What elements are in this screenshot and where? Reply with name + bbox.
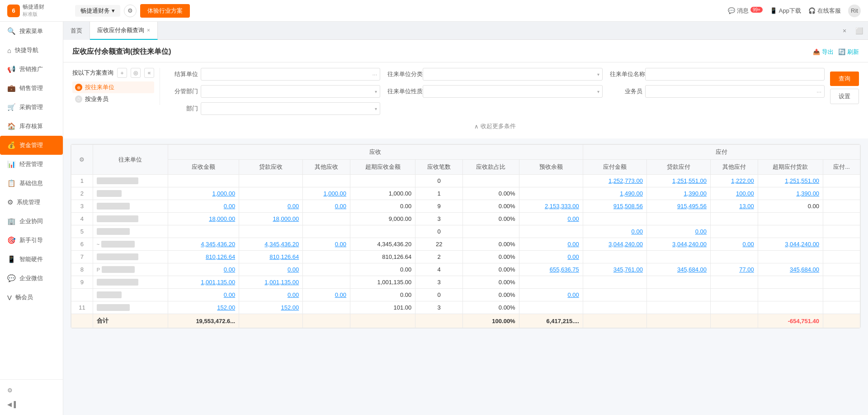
branch-dept-select[interactable]: ▾ (201, 85, 380, 98)
arrow-left-btn[interactable]: « (144, 68, 154, 78)
loan-ar[interactable]: 18,000.00 (239, 213, 303, 225)
sidebar-item-quicknav[interactable]: ⌂ 快捷导航 (0, 41, 63, 60)
user-avatar-area[interactable]: Rit (848, 5, 861, 17)
sidebar-item-finance[interactable]: 💰 资金管理 (0, 136, 63, 155)
other-ar[interactable]: 0.00 (303, 289, 350, 301)
app-download-btn[interactable]: 📱 App下载 (770, 7, 801, 15)
tab-close-icon[interactable]: × (147, 27, 150, 33)
row-no: 11 (71, 301, 93, 314)
sidebar-item-system[interactable]: ⚙ 系统管理 (0, 193, 63, 212)
ar-amount[interactable]: 18,000.00 (168, 213, 239, 225)
footer-loan-ap (646, 314, 710, 328)
target-icon-btn[interactable]: ◎ (131, 68, 141, 78)
prepay[interactable]: 655,636.75 (519, 263, 583, 276)
refresh-btn[interactable]: 🔄 刷新 (838, 48, 859, 56)
ap-more (823, 276, 860, 289)
scheme-by-partner[interactable]: ⊕ 按往来单位 (72, 81, 154, 93)
other-ar[interactable]: 0.00 (303, 200, 350, 213)
other-ar[interactable]: 0.00 (303, 238, 350, 251)
loan-ap[interactable]: 345,684.00 (646, 263, 710, 276)
table-settings-icon[interactable]: ⚙ (71, 145, 93, 175)
sidebar-item-search[interactable]: 🔍 搜索菜单 (0, 22, 63, 41)
export-btn[interactable]: 📤 导出 (813, 48, 834, 56)
dept-select[interactable]: ▾ (201, 102, 380, 115)
sidebar-item-marketing[interactable]: 📢 营销推广 (0, 60, 63, 79)
trial-btn[interactable]: 体验行业方案 (140, 4, 190, 18)
add-scheme-btn[interactable]: ＋ (117, 68, 127, 78)
top-nav-title[interactable]: 畅捷通财务 ▾ (75, 5, 120, 17)
tab-close-btn[interactable]: × (839, 25, 850, 36)
sidebar-item-purchase[interactable]: 🛒 采购管理 (0, 98, 63, 117)
sidebar-item-basic[interactable]: 📋 基础信息 (0, 174, 63, 193)
ap-amount[interactable]: 0.00 (583, 225, 646, 238)
loan-ap[interactable]: 0.00 (646, 225, 710, 238)
sidebar-item-newbie[interactable]: 🎯 新手引导 (0, 231, 63, 250)
loan-ar[interactable]: 0.00 (239, 289, 303, 301)
ap-amount[interactable]: 3,044,240.00 (583, 238, 646, 251)
sidebar-item-operation[interactable]: 📊 经营管理 (0, 155, 63, 174)
loan-ar[interactable]: 810,126.64 (239, 251, 303, 263)
ap-amount[interactable]: 915,508.56 (583, 200, 646, 213)
sidebar-item-sales[interactable]: 💼 销售管理 (0, 79, 63, 98)
setting-btn[interactable]: 设置 (830, 89, 859, 104)
other-ap[interactable]: 13.00 (711, 200, 758, 213)
ap-amount[interactable]: 345,761.00 (583, 263, 646, 276)
prepay[interactable]: 0.00 (519, 289, 583, 301)
ar-amount[interactable]: 0.00 (168, 263, 239, 276)
other-ap[interactable]: 100.00 (711, 187, 758, 200)
tab-home[interactable]: 首页 (63, 22, 90, 40)
other-ap[interactable]: 77.00 (711, 263, 758, 276)
settlement-unit-input[interactable]: ··· (201, 68, 380, 81)
sidebar-label: 畅会员 (15, 293, 33, 301)
overdue-ap[interactable]: 3,044,240.00 (758, 238, 823, 251)
sidebar-item-inventory[interactable]: 🏠 库存核算 (0, 117, 63, 136)
message-btn[interactable]: 💬 消息 99+ (728, 7, 763, 15)
loan-ap[interactable]: 915,495.56 (646, 200, 710, 213)
loan-ap[interactable]: 1,251,551.00 (646, 175, 710, 187)
prepay[interactable]: 2,153,333.00 (519, 200, 583, 213)
prepay[interactable]: 0.00 (519, 238, 583, 251)
other-ap[interactable]: 0.00 (711, 238, 758, 251)
sidebar-item-corpwechat[interactable]: 💬 企业微信 (0, 269, 63, 288)
salesperson-input[interactable]: ··· (645, 85, 825, 98)
settings-icon[interactable]: ⚙ (124, 5, 137, 17)
ar-amount[interactable]: 4,345,436.20 (168, 238, 239, 251)
ap-amount[interactable]: 1,252,773.00 (583, 175, 646, 187)
loan-ar[interactable]: 4,345,436.20 (239, 238, 303, 251)
ar-amount[interactable]: 0.00 (168, 289, 239, 301)
ar-amount[interactable]: 1,000.00 (168, 187, 239, 200)
partner-name-input[interactable] (645, 68, 825, 81)
online-service-btn[interactable]: 🎧 在线客服 (808, 7, 841, 15)
ar-amount[interactable]: 152.00 (168, 301, 239, 314)
sidebar-settings-btn[interactable]: ⚙ (0, 383, 63, 397)
other-ar[interactable]: 1,000.00 (303, 187, 350, 200)
partner-nature-select[interactable]: ▾ (423, 85, 602, 98)
overdue-ap[interactable]: 1,390.00 (758, 187, 823, 200)
prepay[interactable]: 0.00 (519, 213, 583, 225)
ar-amount[interactable]: 810,126.64 (168, 251, 239, 263)
overdue-ap[interactable]: 1,251,551.00 (758, 175, 823, 187)
ar-amount[interactable]: 0.00 (168, 200, 239, 213)
loan-ar[interactable]: 1,001,135.00 (239, 276, 303, 289)
loan-ap[interactable]: 3,044,240.00 (646, 238, 710, 251)
loan-ap[interactable]: 1,390.00 (646, 187, 710, 200)
scheme-by-salesperson[interactable]: ⏱ 按业务员 (72, 93, 154, 105)
sidebar-item-smart[interactable]: 📱 智能硬件 (0, 250, 63, 269)
other-ap[interactable]: 1,222.00 (711, 175, 758, 187)
collapse-more-btn[interactable]: ∧ 收起更多条件 (165, 119, 825, 133)
tab-maximize-btn[interactable]: ⬜ (854, 25, 864, 36)
loan-ar[interactable]: 0.00 (239, 200, 303, 213)
loan-ar[interactable]: 152.00 (239, 301, 303, 314)
sidebar-item-enterprise[interactable]: 🏢 企业协同 (0, 212, 63, 231)
ap-amount[interactable]: 1,490.00 (583, 187, 646, 200)
sidebar-collapse-btn[interactable]: ◀▐ (0, 397, 63, 411)
tab-ar-ap[interactable]: 应收应付余额查询 × (90, 22, 158, 40)
sidebar-item-vip[interactable]: V 畅会员 (0, 288, 63, 307)
ar-amount[interactable]: 1,001,135.00 (168, 276, 239, 289)
overdue-ap[interactable]: 345,684.00 (758, 263, 823, 276)
query-btn[interactable]: 查询 (830, 72, 859, 86)
footer-other-ap (711, 314, 758, 328)
loan-ar[interactable]: 0.00 (239, 263, 303, 276)
prepay[interactable]: 0.00 (519, 251, 583, 263)
partner-cat-select[interactable]: ▾ (423, 68, 602, 81)
